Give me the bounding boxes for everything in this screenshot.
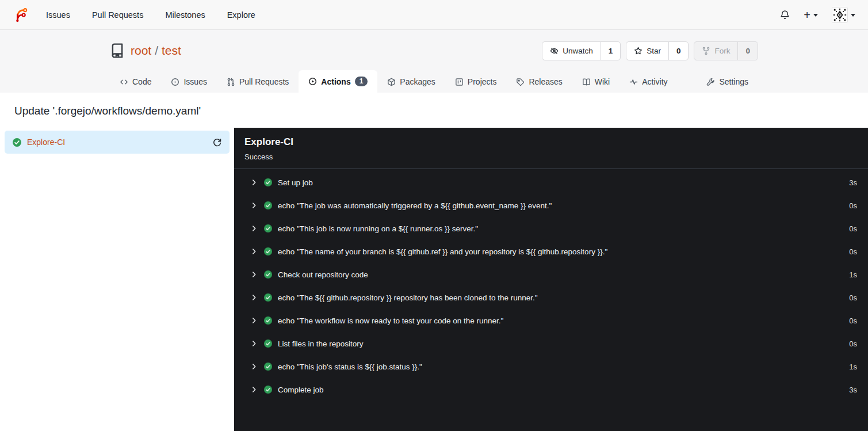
user-menu-button[interactable] — [832, 7, 855, 23]
tab-label: Code — [132, 77, 151, 86]
tab-activity[interactable]: Activity — [620, 71, 677, 93]
book-open-icon — [582, 78, 591, 86]
code-icon — [120, 78, 128, 86]
step-row[interactable]: echo "The name of your branch is ${{ git… — [234, 240, 868, 263]
step-duration: 0s — [849, 247, 857, 256]
step-duration: 0s — [849, 340, 857, 348]
repo-title-row: root / test Unwatch 1 — [110, 30, 758, 62]
project-board-icon — [455, 78, 464, 86]
rerun-refresh-icon[interactable] — [212, 138, 222, 147]
step-row[interactable]: echo "The ${{ github.repository }} repos… — [234, 286, 868, 309]
step-duration: 0s — [849, 224, 857, 233]
job-list-item-explore-ci[interactable]: Explore-CI — [5, 131, 230, 154]
forgejo-logo-icon[interactable] — [13, 6, 30, 24]
success-check-icon — [263, 270, 273, 279]
step-duration: 3s — [849, 178, 857, 187]
chevron-right-icon[interactable] — [250, 270, 258, 279]
star-button[interactable]: Star 0 — [626, 41, 689, 60]
tab-wiki[interactable]: Wiki — [572, 71, 620, 93]
issue-circle-icon — [171, 78, 179, 86]
navbar-item-explore[interactable]: Explore — [227, 10, 255, 20]
chevron-right-icon[interactable] — [250, 340, 258, 348]
job-log-panel: Explore-CI Success Set up job 3s — [234, 128, 868, 431]
navbar-links: Issues Pull Requests Milestones Explore — [46, 10, 255, 20]
stars-count[interactable]: 0 — [668, 42, 689, 60]
chevron-right-icon[interactable] — [250, 293, 258, 302]
star-label: Star — [647, 47, 661, 55]
repository-book-icon — [110, 43, 125, 59]
tab-label: Pull Requests — [239, 77, 289, 86]
tab-label: Activity — [642, 77, 667, 86]
package-icon — [387, 78, 396, 86]
plus-icon: + — [804, 9, 810, 21]
step-row[interactable]: Set up job 3s — [234, 171, 868, 194]
chevron-down-icon — [851, 14, 855, 17]
chevron-right-icon[interactable] — [250, 386, 258, 394]
tag-icon — [516, 78, 525, 86]
tab-pull-requests[interactable]: Pull Requests — [217, 71, 299, 93]
top-navbar: Issues Pull Requests Milestones Explore … — [0, 0, 868, 30]
step-name: Set up job — [278, 178, 313, 187]
run-title-section: Update '.forgejo/workflows/demo.yaml' — [0, 93, 868, 128]
success-check-icon — [263, 293, 273, 302]
job-status: Success — [244, 152, 858, 161]
create-new-button[interactable]: + — [804, 9, 818, 21]
unwatch-button[interactable]: Unwatch 1 — [542, 41, 621, 60]
tab-label: Releases — [529, 77, 562, 86]
chevron-right-icon[interactable] — [250, 201, 258, 209]
step-row[interactable]: echo "The job was automatically triggere… — [234, 194, 868, 217]
tab-label: Projects — [468, 77, 497, 86]
step-duration: 3s — [849, 386, 857, 394]
step-name: echo "This job is now running on a ${{ r… — [278, 224, 478, 233]
fork-label: Fork — [714, 47, 730, 55]
star-icon — [634, 47, 643, 55]
tab-label: Actions — [321, 77, 350, 86]
actions-count-badge: 1 — [355, 77, 368, 86]
step-row[interactable]: Complete job 3s — [234, 378, 868, 401]
fork-icon — [702, 47, 710, 55]
chevron-right-icon[interactable] — [250, 224, 258, 232]
tab-releases[interactable]: Releases — [506, 71, 572, 93]
success-check-icon — [12, 138, 22, 147]
chevron-down-icon — [813, 14, 818, 17]
job-name: Explore-CI — [27, 138, 65, 147]
jobs-sidebar: Explore-CI — [0, 128, 234, 431]
step-row[interactable]: echo "This job's status is ${{ job.statu… — [234, 355, 868, 378]
success-check-icon — [263, 247, 273, 256]
tools-icon — [706, 78, 715, 86]
repo-action-buttons: Unwatch 1 Star 0 — [542, 41, 758, 60]
repo-name-link[interactable]: test — [162, 44, 181, 58]
repo-breadcrumb: root / test — [131, 44, 181, 58]
step-name: echo "The ${{ github.repository }} repos… — [278, 293, 538, 302]
tab-issues[interactable]: Issues — [161, 71, 216, 93]
repo-owner-link[interactable]: root — [131, 44, 151, 58]
tab-actions[interactable]: Actions 1 — [299, 70, 377, 93]
repo-tabs: Code Issues Pull Requests — [110, 68, 758, 93]
navbar-item-milestones[interactable]: Milestones — [165, 10, 205, 20]
step-row[interactable]: echo "This job is now running on a ${{ r… — [234, 217, 868, 240]
success-check-icon — [263, 224, 273, 233]
watchers-count[interactable]: 1 — [601, 42, 621, 60]
step-row[interactable]: Check out repository code 1s — [234, 263, 868, 286]
pull-request-icon — [227, 78, 235, 86]
tab-settings[interactable]: Settings — [697, 71, 758, 93]
success-check-icon — [263, 362, 273, 371]
step-row[interactable]: echo "The workflow is now ready to test … — [234, 309, 868, 332]
notifications-bell-icon[interactable] — [780, 10, 790, 20]
navbar-item-pull-requests[interactable]: Pull Requests — [92, 10, 143, 20]
step-row[interactable]: List files in the repository 0s — [234, 332, 868, 355]
tab-code[interactable]: Code — [110, 71, 161, 93]
tab-packages[interactable]: Packages — [377, 71, 445, 93]
navbar-item-issues[interactable]: Issues — [46, 10, 70, 20]
repo-header: root / test Unwatch 1 — [0, 30, 868, 93]
success-check-icon — [263, 339, 273, 348]
chevron-right-icon[interactable] — [250, 363, 258, 371]
step-name: echo "The job was automatically triggere… — [278, 201, 552, 210]
chevron-right-icon[interactable] — [250, 247, 258, 255]
chevron-right-icon[interactable] — [250, 178, 258, 186]
success-check-icon — [263, 201, 273, 210]
step-name: Check out repository code — [278, 270, 368, 279]
success-check-icon — [263, 385, 273, 394]
chevron-right-icon[interactable] — [250, 316, 258, 325]
tab-projects[interactable]: Projects — [445, 71, 507, 93]
